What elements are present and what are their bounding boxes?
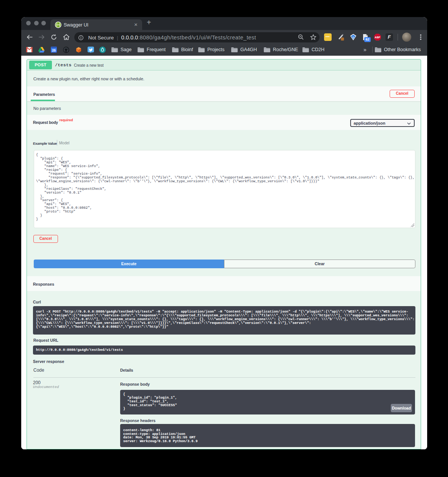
svg-text:25: 25 — [52, 48, 56, 52]
svg-text:ABP: ABP — [375, 36, 381, 39]
